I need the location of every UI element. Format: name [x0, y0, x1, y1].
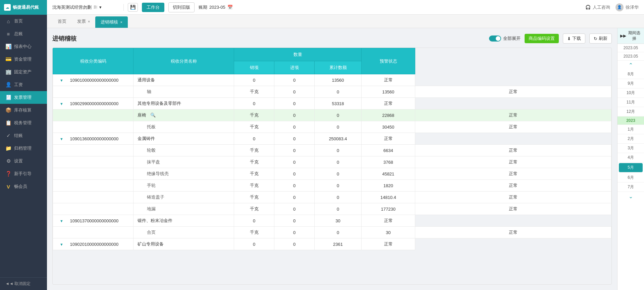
cell-name: 矿山专用设备 — [133, 238, 234, 250]
table-row: 托板 千克 0 0 30450 正常 — [53, 121, 611, 133]
period-8[interactable]: 8月 — [618, 70, 644, 79]
sidebar-item-settings[interactable]: ⚙ 设置 — [0, 155, 47, 167]
cell-total: 6634 — [362, 145, 415, 156]
tax-icon: 📋 — [5, 120, 11, 126]
workbench-button[interactable]: 工作台 — [142, 3, 164, 12]
cell-name: 抹平盘 — [133, 156, 234, 168]
cell-sale: 0 — [234, 133, 274, 145]
period-collapse-icon: ▶▶ — [620, 33, 626, 38]
period-down-btn[interactable]: ⌄ — [618, 192, 644, 201]
period-5[interactable]: 5月 — [619, 163, 643, 172]
cell-name: 绝缘导线壳 — [133, 168, 234, 180]
cell-name: 轮毂 — [133, 145, 234, 156]
switch-version-button[interactable]: 切到旧版 — [168, 2, 195, 12]
sidebar-item-vip[interactable]: V 畅会员 — [0, 180, 47, 193]
period-1[interactable]: 1月 — [618, 125, 644, 134]
refresh-btn[interactable]: ↻ 刷新 — [589, 33, 612, 44]
period-3[interactable]: 3月 — [618, 144, 644, 153]
cell-sale: 0 — [274, 192, 315, 203]
user-menu[interactable]: 👤 徐泽华 — [615, 3, 639, 11]
cell-code — [53, 110, 133, 121]
company-chevron-icon[interactable]: ▾ — [99, 5, 102, 10]
search-icon[interactable]: 🔍 — [150, 113, 156, 118]
cell-purchase: 0 — [315, 168, 362, 180]
sidebar-item-tax[interactable]: 📋 税务管理 — [0, 117, 47, 129]
cell-purchase: 0 — [315, 121, 362, 133]
cell-status: 正常 — [362, 215, 415, 227]
cell-status: 正常 — [415, 192, 611, 203]
period-up-btn[interactable]: ⌃ — [618, 61, 644, 70]
tab-reconcile[interactable]: 进销稽核 × — [95, 16, 127, 28]
ledger-icon: ≡ — [5, 31, 11, 37]
col-quantity-group: 数量 — [234, 48, 362, 61]
cell-purchase: 0 — [315, 156, 362, 168]
unpin-button[interactable]: ◄◄ 取消固定 — [0, 277, 47, 290]
app-logo: ☁ 畅捷通易代账 — [0, 0, 47, 15]
cell-purchase: 0 — [315, 86, 362, 98]
topbar-right: 🎧 人工咨询 👤 徐泽华 — [585, 3, 639, 11]
cell-unit: 千克 — [234, 86, 274, 98]
col-warning: 预警状态 — [362, 48, 415, 74]
cell-total: 13560 — [315, 74, 362, 86]
period-display: 账期 2023-05 📅 — [199, 4, 233, 10]
cell-purchase: 0 — [315, 110, 362, 121]
save-button[interactable]: 💾 — [128, 3, 138, 12]
reconcile-table: 税收分类编码 税收分类名称 数量 预警状态 销项 进项 累计数额 — [53, 48, 611, 250]
col-sale: 销项 — [234, 61, 274, 74]
cell-name: 金属铸件 — [133, 133, 234, 145]
table-row: 轴 千克 0 0 13560 正常 — [53, 86, 611, 98]
table-row: 合页 千克 0 0 30 正常 — [53, 227, 611, 238]
cell-name: 座椅 🔍 — [133, 110, 234, 121]
tab-invoice-close[interactable]: × — [88, 19, 90, 23]
tab-invoice[interactable]: 发票 × — [72, 16, 95, 28]
sidebar-item-invoice[interactable]: 🧾 发票管理 — [0, 91, 47, 104]
period-year-2023-05-1[interactable]: 2023.05 — [618, 44, 644, 52]
sidebar-item-home[interactable]: ⌂ 首页 — [0, 15, 47, 27]
sidebar-item-assets[interactable]: 🏢 固定资产 — [0, 66, 47, 78]
period-9[interactable]: 9月 — [618, 79, 644, 88]
invoice-icon: 🧾 — [5, 94, 11, 100]
avatar: 👤 — [615, 3, 624, 11]
salary-icon: 👤 — [5, 82, 11, 88]
sidebar-item-inventory[interactable]: 📦 库存核算 — [0, 104, 47, 117]
cell-unit: 千克 — [234, 227, 274, 238]
tab-home[interactable]: 首页 — [52, 16, 72, 28]
download-btn[interactable]: ⬇ 下载 — [563, 33, 585, 44]
expand-toggle[interactable] — [489, 35, 501, 42]
sidebar-item-reports[interactable]: 📊 报表中心 — [0, 40, 47, 53]
period-12[interactable]: 12月 — [618, 107, 644, 117]
period-year-2023-05-2[interactable]: 2023.05 — [618, 52, 644, 61]
sidebar-item-checkout[interactable]: ✓ 结账 — [0, 129, 47, 142]
sidebar-item-funds[interactable]: 💳 资金管理 — [0, 53, 47, 66]
cell-sale: 0 — [274, 86, 315, 98]
sidebar-item-ledger[interactable]: ≡ 总账 — [0, 27, 47, 40]
cell-name: 锻件、粉末冶金件 — [133, 215, 234, 227]
sidebar-item-archive[interactable]: 📁 归档管理 — [0, 142, 47, 155]
cell-unit: 千克 — [234, 192, 274, 203]
cell-unit: 千克 — [234, 145, 274, 156]
calendar-icon[interactable]: 📅 — [227, 5, 233, 10]
cell-status: 正常 — [362, 98, 415, 110]
sidebar-item-guide[interactable]: ❓ 新手引导 — [0, 167, 47, 180]
cell-code — [53, 227, 133, 238]
period-11[interactable]: 11月 — [618, 98, 644, 107]
service-link[interactable]: 🎧 人工咨询 — [585, 4, 610, 10]
period-6[interactable]: 6月 — [618, 173, 644, 183]
cell-total: 250083.4 — [315, 133, 362, 145]
reports-icon: 📊 — [5, 44, 11, 50]
vip-icon: V — [5, 184, 11, 190]
period-4[interactable]: 4月 — [618, 153, 644, 162]
tab-reconcile-close[interactable]: × — [120, 20, 122, 24]
cell-code — [53, 156, 133, 168]
company-selector[interactable]: 沈海英测试经营勿删 删 ▾ — [52, 4, 119, 10]
cell-total: 30 — [362, 227, 415, 238]
period-2[interactable]: 2月 — [618, 134, 644, 144]
cell-purchase: 0 — [274, 238, 315, 250]
cell-unit: 千克 — [234, 203, 274, 215]
period-header[interactable]: ▶▶ 期间选择 — [618, 28, 644, 44]
sidebar-item-salary[interactable]: 👤 工资 — [0, 78, 47, 91]
period-7[interactable]: 7月 — [618, 183, 644, 192]
company-delete-btn[interactable]: 删 — [94, 5, 97, 10]
product-code-btn[interactable]: 商品编码设置 — [525, 34, 559, 43]
period-10[interactable]: 10月 — [618, 88, 644, 98]
